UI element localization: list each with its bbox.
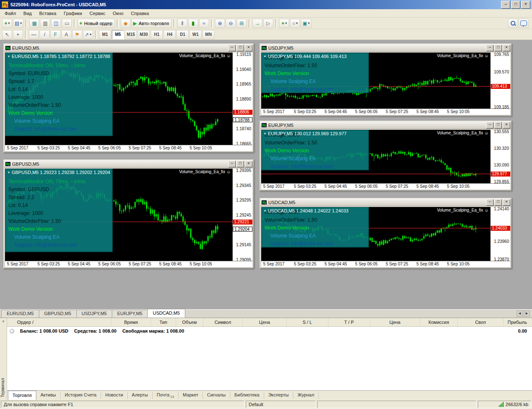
- chart-close-button[interactable]: ×: [245, 45, 252, 51]
- crosshair-button[interactable]: +: [13, 30, 23, 39]
- profile-selector[interactable]: Default: [246, 401, 316, 408]
- profiles-button[interactable]: ▤▾: [13, 19, 23, 28]
- indicators-button[interactable]: +▾: [279, 19, 289, 28]
- timeframe-button-mn[interactable]: MN: [202, 30, 214, 39]
- menu-item[interactable]: Файл: [1, 10, 20, 17]
- zoom-out-button[interactable]: ⊖: [226, 19, 236, 28]
- terminal-tab[interactable]: Новости: [101, 391, 128, 399]
- timeframe-button-m30[interactable]: M30: [138, 30, 150, 39]
- chart-tab[interactable]: USDCAD,M5: [147, 309, 185, 318]
- trendline-button[interactable]: /: [40, 30, 50, 39]
- restore-button[interactable]: □: [511, 1, 520, 9]
- chart-close-button[interactable]: ×: [503, 122, 510, 129]
- navigator-button[interactable]: ◫: [51, 19, 61, 28]
- chart-restore-button[interactable]: □: [237, 161, 244, 167]
- chart-close-button[interactable]: ×: [503, 45, 510, 51]
- time-axis[interactable]: 5 Sep 20175 Sep 03:255 Sep 04:455 Sep 06…: [5, 261, 252, 267]
- terminal-column-header[interactable]: T / P: [328, 318, 370, 326]
- timeframe-button-h4[interactable]: H4: [164, 30, 176, 39]
- cursor-button[interactable]: ↖: [2, 30, 12, 39]
- chart-plot-area[interactable]: Leverage: 1000VolumeOrderFlow: 1.50Work …: [261, 207, 490, 261]
- chart-minimize-button[interactable]: –: [486, 122, 494, 129]
- ea-smiley-icon[interactable]: ☺: [227, 169, 231, 174]
- terminal-tab[interactable]: Почта13: [153, 391, 179, 399]
- timeframe-button-m1[interactable]: M1: [99, 30, 111, 39]
- minimize-button[interactable]: –: [501, 1, 510, 9]
- terminal-column-header[interactable]: Цена: [243, 318, 287, 326]
- timeframe-button-m5[interactable]: M5: [112, 30, 124, 39]
- chart-tab[interactable]: GBPUSD,M5: [39, 310, 77, 318]
- chart-minimize-button[interactable]: –: [486, 45, 494, 51]
- chart-shift-button[interactable]: ▷: [263, 19, 273, 28]
- chart-restore-button[interactable]: □: [494, 199, 502, 206]
- menu-item[interactable]: Справка: [127, 10, 153, 17]
- line-chart-button[interactable]: ≈: [199, 19, 209, 28]
- price-scale[interactable]: 1.241401.239601.238701.24033: [490, 207, 510, 261]
- new-chart-button[interactable]: +▾: [2, 19, 12, 28]
- horizontal-line-button[interactable]: —: [29, 30, 39, 39]
- chart-restore-button[interactable]: □: [237, 45, 244, 51]
- chart-tab[interactable]: EURUSD,M5: [1, 310, 39, 318]
- chart-restore-button[interactable]: □: [494, 45, 502, 51]
- chart-minimize-button[interactable]: –: [228, 45, 236, 51]
- chart-plot-area[interactable]: Leverage: 1000VolumeOrderFlow: 1.50Work …: [261, 130, 490, 184]
- timeframe-button-w1[interactable]: W1: [189, 30, 202, 39]
- templates-button[interactable]: ▣▾: [301, 19, 311, 28]
- ea-smiley-icon[interactable]: ☺: [484, 208, 489, 212]
- chart-minimize-button[interactable]: –: [228, 161, 236, 167]
- ea-smiley-icon[interactable]: ☺: [227, 53, 231, 58]
- terminal-tab[interactable]: Библиотека: [230, 391, 264, 399]
- chart-window-titlebar[interactable]: GBPUSD,M5 – □ ×: [4, 160, 253, 168]
- menu-item[interactable]: Вставка: [35, 10, 60, 17]
- chart-tab[interactable]: EURJPY,M5: [112, 310, 148, 318]
- chart-window-titlebar[interactable]: USDCAD,M5 – □ ×: [260, 199, 511, 206]
- arrows-button[interactable]: ↗▾: [83, 30, 93, 39]
- terminal-close-icon[interactable]: ×: [1, 319, 6, 324]
- autotrading-button[interactable]: ▶Авто-торговля: [131, 19, 171, 28]
- time-axis[interactable]: 5 Sep 20175 Sep 03:255 Sep 04:455 Sep 06…: [261, 261, 510, 267]
- terminal-column-header[interactable]: Объем: [176, 318, 203, 326]
- bar-chart-button[interactable]: ‖: [177, 19, 187, 28]
- new-order-button[interactable]: +Новый ордер: [78, 19, 115, 28]
- text-button[interactable]: A: [61, 30, 71, 39]
- chart-minimize-button[interactable]: –: [486, 199, 494, 206]
- menu-item[interactable]: Сервис: [86, 10, 109, 17]
- timeframe-button-d1[interactable]: D1: [176, 30, 189, 39]
- fibonacci-button[interactable]: F: [50, 30, 61, 39]
- data-window-button[interactable]: ▥: [40, 19, 50, 28]
- chart-plot-area[interactable]: TerminalMonitor ON, 79ms, ~14msSymbol: G…: [5, 169, 232, 261]
- terminal-column-header[interactable]: Цена: [370, 318, 420, 326]
- terminal-column-header[interactable]: Символ: [203, 318, 243, 326]
- terminal-column-header[interactable]: Ордер /: [7, 318, 111, 326]
- chart-tab[interactable]: USDJPY,M5: [76, 310, 112, 318]
- terminal-tab[interactable]: История Счета: [61, 391, 101, 399]
- zoom-in-button[interactable]: ⊕: [215, 19, 225, 28]
- price-scale[interactable]: 1.293951.293451.292951.292451.291451.290…: [232, 169, 252, 261]
- time-axis[interactable]: 5 Sep 20175 Sep 03:255 Sep 04:455 Sep 06…: [261, 183, 510, 189]
- terminal-toggle-button[interactable]: ▭: [62, 19, 72, 28]
- menu-item[interactable]: Окно: [109, 10, 127, 17]
- timeframe-button-m15[interactable]: M15: [125, 30, 137, 39]
- tab-scroll-left-icon[interactable]: ◀: [517, 311, 523, 317]
- ea-smiley-icon[interactable]: ☺: [484, 53, 489, 58]
- chart-restore-button[interactable]: □: [494, 122, 502, 129]
- chart-window-titlebar[interactable]: EURJPY,M5 – □ ×: [260, 121, 511, 129]
- menu-item[interactable]: Графики: [60, 10, 86, 17]
- chart-close-button[interactable]: ×: [503, 199, 510, 206]
- time-axis[interactable]: 5 Sep 20175 Sep 03:255 Sep 04:455 Sep 06…: [5, 145, 252, 151]
- price-scale[interactable]: 130.555130.320130.090129.855129.977: [490, 130, 510, 184]
- chart-plot-area[interactable]: Leverage: 1000VolumeOrderFlow: 1.50Work …: [261, 53, 490, 109]
- terminal-tab[interactable]: Торговля: [8, 391, 36, 400]
- chart-window-titlebar[interactable]: USDJPY,M5 – □ ×: [260, 44, 511, 52]
- terminal-tab[interactable]: Эксперты: [264, 391, 293, 399]
- menu-item[interactable]: Вид: [20, 10, 35, 17]
- terminal-column-header[interactable]: Прибыль: [504, 318, 532, 326]
- terminal-column-header[interactable]: S / L: [287, 318, 328, 326]
- periods-button[interactable]: ○▾: [290, 19, 300, 28]
- chat-button[interactable]: [519, 19, 529, 28]
- search-button[interactable]: [508, 19, 518, 28]
- terminal-tab[interactable]: Сигналы: [203, 391, 230, 399]
- timeframe-button-h1[interactable]: H1: [151, 30, 163, 39]
- terminal-column-header[interactable]: Тип: [151, 318, 176, 326]
- market-watch-button[interactable]: ▦: [29, 19, 39, 28]
